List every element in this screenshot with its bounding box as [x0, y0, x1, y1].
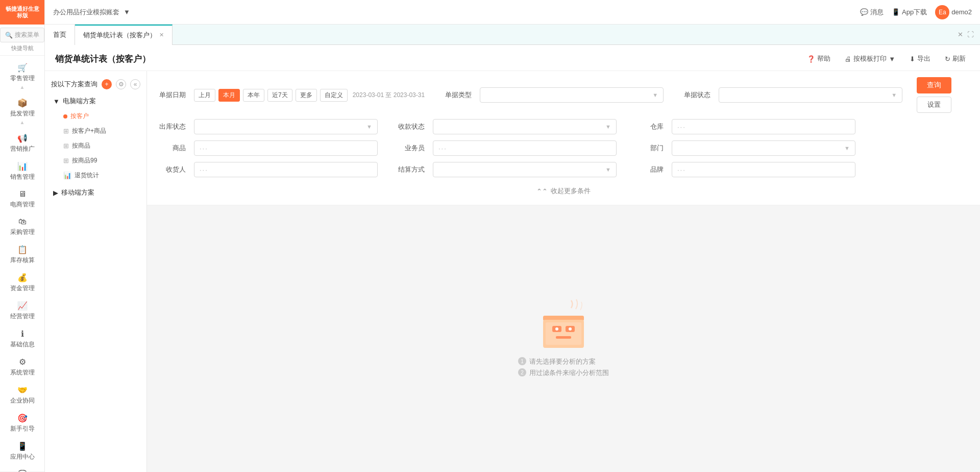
nav-icon: ℹ — [21, 329, 24, 339]
date-custom[interactable]: 自定义 — [320, 89, 348, 102]
warehouse-select[interactable]: ··· — [672, 119, 855, 134]
nav-icon: 📈 — [17, 301, 28, 311]
close-window-icon[interactable]: ✕ — [958, 31, 963, 38]
nav-label: 销售管理 — [10, 173, 35, 181]
title-actions: ❓ 帮助 🖨 按模板打印 ▼ ⬇ 导出 ↻ 刷新 — [803, 52, 970, 65]
nav-label: 基础信息 — [10, 340, 35, 349]
print-button[interactable]: 🖨 按模板打印 ▼ — [841, 52, 899, 65]
left-panel-actions: + ⚙ « — [102, 79, 140, 89]
tip-num-2: 2 — [518, 368, 526, 376]
tab-controls: ✕ ⛶ — [951, 31, 980, 38]
add-scheme-button[interactable]: + — [102, 79, 112, 89]
nav-label: 经营管理 — [10, 312, 35, 321]
tip-text-1: 请先选择要分析的方案 — [529, 357, 596, 366]
doc-type-select[interactable]: ▼ — [480, 87, 664, 103]
maximize-window-icon[interactable]: ⛶ — [967, 31, 974, 38]
svg-rect-2 — [546, 322, 581, 345]
sidebar-item-基础信息[interactable]: ℹ基础信息 — [0, 325, 44, 353]
date-range-display: 2023-03-01 至 2023-03-31 — [353, 91, 425, 100]
sidebar-item-采购管理[interactable]: 🛍采购管理 — [0, 213, 44, 241]
brand-select[interactable]: ··· — [672, 162, 855, 177]
department-select[interactable]: ▼ — [672, 140, 855, 156]
active-dot — [63, 114, 67, 119]
goods-select[interactable]: ··· — [194, 140, 378, 156]
export-button[interactable]: ⬇ 导出 — [905, 52, 935, 65]
collapse-more-button[interactable]: ⌃⌃ 收起更多条件 — [530, 183, 597, 199]
left-panel-header: 按以下方案查询 + ⚙ « — [45, 76, 146, 93]
salesman-select[interactable]: ··· — [433, 140, 617, 156]
sidebar-item-零售管理[interactable]: 🛒零售管理▲ — [0, 59, 44, 94]
sidebar-item-电商管理[interactable]: 🖥电商管理 — [0, 185, 44, 213]
nav-icon: 💬 — [17, 469, 28, 472]
export-icon: ⬇ — [910, 55, 915, 63]
settings-button[interactable]: 设置 — [917, 97, 951, 113]
top-header: 办公用品行业模拟账套 ▼ 💬 消息 📱 App下载 Ea demo2 — [45, 0, 980, 25]
date-this-year[interactable]: 本年 — [243, 89, 264, 102]
by-goods-label: 按商品 — [72, 141, 90, 150]
avatar-text: Ea — [939, 9, 946, 16]
tree-desktop-parent[interactable]: ▼ 电脑端方案 — [49, 93, 142, 109]
payment-select[interactable]: ▼ — [433, 162, 617, 177]
receipt-status-label: 收款状态 — [396, 122, 425, 131]
tree-item-customer-goods[interactable]: ⊞ 按客户+商品 — [59, 124, 142, 138]
collapse-panel-button[interactable]: « — [130, 79, 140, 89]
tree-item-return-stats[interactable]: 📊 退货统计 — [59, 168, 142, 183]
tab-home[interactable]: 首页 — [45, 25, 75, 45]
settings-scheme-button[interactable]: ⚙ — [116, 79, 126, 89]
download-icon: 📱 — [892, 8, 900, 16]
messages-button[interactable]: 💬 消息 — [860, 8, 884, 17]
tab-close-button[interactable]: ✕ — [159, 32, 164, 38]
payment-chevron: ▼ — [605, 167, 611, 173]
query-button[interactable]: 查询 — [917, 77, 951, 93]
receipt-status-chevron: ▼ — [605, 124, 611, 130]
nav-label: 采购管理 — [10, 228, 35, 237]
app-download-button[interactable]: 📱 App下载 — [892, 8, 927, 17]
avatar: Ea — [935, 5, 949, 19]
sidebar-item-库存核算[interactable]: 📋库存核算 — [0, 241, 44, 269]
sidebar-item-企业微信[interactable]: 💬企业微信 — [0, 465, 44, 472]
receipt-status-select[interactable]: ▼ — [433, 119, 617, 134]
tree-item-by-customer[interactable]: 按客户 — [59, 109, 142, 124]
sidebar-item-经营管理[interactable]: 📈经营管理 — [0, 297, 44, 325]
user-area[interactable]: Ea demo2 — [935, 5, 972, 19]
user-name: demo2 — [951, 8, 972, 16]
by-goods99-label: 按商品99 — [72, 156, 97, 165]
nav-arrow: ▲ — [20, 120, 25, 125]
nav-icon: 📋 — [17, 245, 28, 254]
nav-label: 企业协同 — [10, 396, 35, 405]
sidebar-item-资金管理[interactable]: 💰资金管理 — [0, 269, 44, 297]
date-this-month[interactable]: 本月 — [218, 89, 240, 102]
out-status-select[interactable]: ▼ — [194, 119, 378, 134]
quick-nav-label: 快捷导航 — [0, 44, 44, 52]
date-last-7days[interactable]: 近7天 — [267, 89, 292, 102]
brand-label: 品牌 — [635, 165, 664, 174]
doc-status-select[interactable]: ▼ — [719, 87, 902, 103]
help-button[interactable]: ❓ 帮助 — [803, 52, 835, 65]
inner-layout: 按以下方案查询 + ⚙ « ▼ 电脑端方案 按客户 — [45, 71, 980, 472]
sidebar-item-销售管理[interactable]: 📊销售管理 — [0, 157, 44, 185]
nav-label: 资金管理 — [10, 284, 35, 293]
tree-mobile-parent[interactable]: ▶ 移动端方案 — [49, 185, 142, 200]
page-title: 销货单统计表（按客户） — [55, 53, 151, 65]
sidebar-item-应用中心[interactable]: 📱应用中心 — [0, 437, 44, 465]
tab-sales-stat[interactable]: 销货单统计表（按客户） ✕ — [75, 25, 173, 45]
customer-goods-label: 按客户+商品 — [72, 127, 106, 135]
date-last-month[interactable]: 上月 — [194, 89, 215, 102]
tree-item-by-goods99[interactable]: ⊞ 按商品99 — [59, 153, 142, 168]
nav-label: 库存核算 — [10, 256, 35, 265]
page-title-bar: 销货单统计表（按客户） ❓ 帮助 🖨 按模板打印 ▼ ⬇ 导出 ↻ 刷新 — [45, 45, 980, 71]
receiver-select[interactable]: ··· — [194, 162, 378, 177]
search-menu-button[interactable]: 🔍 搜索菜单 — [0, 28, 44, 42]
date-label: 单据日期 — [157, 90, 186, 100]
refresh-button[interactable]: ↻ 刷新 — [941, 52, 970, 65]
sidebar-item-批发管理[interactable]: 📦批发管理▲ — [0, 94, 44, 129]
date-more[interactable]: 更多 — [296, 89, 317, 102]
sidebar-item-企业协同[interactable]: 🤝企业协同 — [0, 381, 44, 409]
sidebar-item-新手引导[interactable]: 🎯新手引导 — [0, 409, 44, 437]
sidebar-item-营销推广[interactable]: 📢营销推广 — [0, 129, 44, 157]
sidebar-item-系统管理[interactable]: ⚙系统管理 — [0, 353, 44, 381]
nav-icon: 💰 — [17, 273, 28, 282]
print-chevron: ▼ — [889, 55, 895, 63]
tree-item-by-goods[interactable]: ⊞ 按商品 — [59, 138, 142, 153]
nav-items-list: 🛒零售管理▲📦批发管理▲📢营销推广📊销售管理🖥电商管理🛍采购管理📋库存核算💰资金… — [0, 56, 44, 472]
